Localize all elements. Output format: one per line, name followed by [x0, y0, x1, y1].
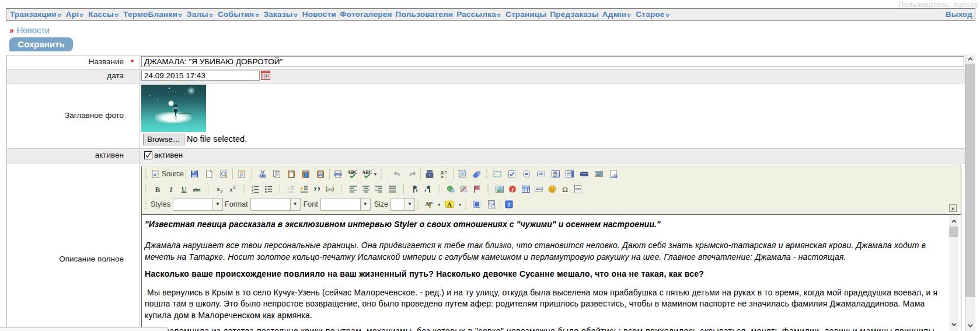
svg-text:2: 2	[220, 189, 222, 194]
svg-text:c: c	[445, 174, 447, 179]
svg-text:?: ?	[508, 201, 511, 208]
svg-text:I: I	[169, 186, 173, 194]
svg-text:x: x	[217, 185, 220, 192]
svg-text:Ω: Ω	[562, 185, 568, 194]
svg-text:3: 3	[252, 191, 254, 194]
svg-text:ABC: ABC	[348, 169, 357, 175]
svg-text:B: B	[155, 186, 160, 194]
svg-text:U: U	[182, 185, 187, 193]
svg-text:ab: ab	[539, 172, 543, 176]
svg-text:ABC: ABC	[362, 169, 372, 175]
svg-text:a: a	[441, 174, 444, 179]
svg-text:A: A	[425, 200, 430, 207]
svg-text:cal: cal	[613, 175, 618, 178]
svg-text:W: W	[318, 173, 322, 177]
svg-text:A: A	[447, 201, 452, 208]
svg-text:2: 2	[233, 185, 236, 190]
svg-text:div: div	[327, 187, 333, 192]
svg-text:cd: cd	[553, 173, 557, 177]
svg-text:x: x	[229, 186, 233, 193]
